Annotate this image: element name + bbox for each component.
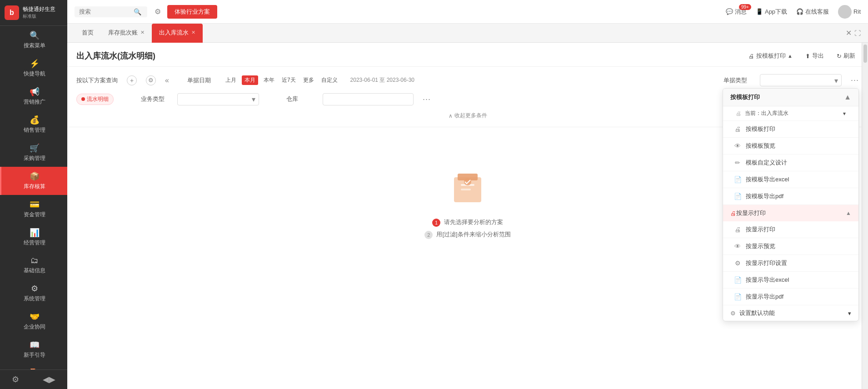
purchase-icon: 🛒 xyxy=(30,143,40,153)
sidebar-item-search[interactable]: 🔍 搜索菜单 xyxy=(0,26,67,54)
search-input[interactable] xyxy=(79,8,134,15)
headset-icon: 🎧 xyxy=(796,8,803,15)
warehouse-label: 仓库 xyxy=(286,95,314,103)
sidebar-item-operations[interactable]: 📊 经营管理 xyxy=(0,223,67,251)
set-default-function[interactable]: ⚙ 设置默认功能 ▾ xyxy=(723,305,858,321)
sidebar-item-marketing[interactable]: 📢 营销推广 xyxy=(0,82,67,110)
message-badge: 99+ xyxy=(739,4,751,10)
date-btn-7days[interactable]: 近7天 xyxy=(280,75,298,85)
dropdown-item-display-pdf[interactable]: 📄 按显示导出pdf xyxy=(723,289,858,305)
sidebar-item-label: 采购管理 xyxy=(24,155,45,162)
dropdown-item-export-pdf-template[interactable]: 📄 按模板导出pdf xyxy=(723,188,858,205)
sidebar-item-label: 搜索菜单 xyxy=(24,42,45,50)
logo-company-name: 畅捷通好生意 xyxy=(23,6,55,13)
dropdown-item-display-settings[interactable]: ⚙ 按显示打印设置 xyxy=(723,255,858,272)
right-scrollbar[interactable] xyxy=(862,43,868,389)
dropdown-item-label: 按显示预览 xyxy=(746,242,775,250)
date-label: 单据日期 xyxy=(187,76,215,85)
empty-illustration xyxy=(445,164,490,209)
dropdown-item-display-preview[interactable]: 👁 按显示预览 xyxy=(723,238,858,255)
sidebar-item-label: 营销推广 xyxy=(24,98,45,106)
sidebar-item-base[interactable]: 🗂 基础信息 xyxy=(0,251,67,279)
tab-batch-label: 库存批次账 xyxy=(108,29,138,37)
collapse-button[interactable]: ∧ 收起更多条件 xyxy=(449,112,487,120)
window-expand-icon[interactable]: ⛶ xyxy=(854,30,861,37)
warehouse-input[interactable] xyxy=(323,93,414,105)
tab-batch[interactable]: 库存批次账 ✕ xyxy=(101,24,152,43)
content-area: 出入库流水(流水明细) 🖨 按模板打印 ▲ ⬆ 导出 ↻ 刷新 xyxy=(67,43,868,389)
dropdown-current-section[interactable]: 🖨 当前：出入库流水 ▾ xyxy=(723,106,858,121)
print-template-button[interactable]: 🖨 按模板打印 ▲ xyxy=(745,50,796,62)
date-btn-this-year[interactable]: 本年 xyxy=(262,75,276,85)
collapse-sidebar-icon[interactable]: ◀▶ xyxy=(43,374,55,384)
display-preview-icon: 👁 xyxy=(734,243,741,250)
tab-home[interactable]: 首页 xyxy=(75,24,101,43)
dropdown-item-preview-template[interactable]: 👁 按模板预览 xyxy=(723,138,858,155)
display-pdf-icon: 📄 xyxy=(734,293,741,300)
trial-button[interactable]: 体验行业方案 xyxy=(167,5,217,19)
sidebar-item-corp[interactable]: 🤝 企业协同 xyxy=(0,307,67,335)
dropdown-collapse-icon[interactable]: ▲ xyxy=(844,93,851,101)
print-dropdown-panel: 按模板打印 ▲ 🖨 当前：出入库流水 ▾ 🖨 按模板打印 👁 按模板预览 ✏ 模… xyxy=(723,88,859,321)
sidebar-item-sales[interactable]: 💰 销售管理 xyxy=(0,110,67,139)
user-avatar-area[interactable]: Rit xyxy=(838,5,861,19)
empty-step-1: 1 请先选择要分析的方案 xyxy=(432,218,503,227)
filter-settings-button[interactable]: ⚙ xyxy=(146,75,156,85)
refresh-button[interactable]: ↻ 刷新 xyxy=(833,50,859,62)
dropdown-item-export-excel-template[interactable]: 📄 按模板导出excel xyxy=(723,171,858,188)
sidebar-logo: b 畅捷通好生意 标准版 xyxy=(0,0,67,26)
default-function-icon: ⚙ xyxy=(730,310,736,317)
window-close-icon[interactable]: ✕ xyxy=(846,29,852,37)
sidebar-item-finance[interactable]: 💳 资金管理 xyxy=(0,195,67,223)
sidebar-item-guide[interactable]: 📖 新手引导 xyxy=(0,335,67,364)
tab-batch-close-icon[interactable]: ✕ xyxy=(140,30,145,35)
tab-flow[interactable]: 出入库流水 ✕ xyxy=(152,24,203,43)
refresh-label: 刷新 xyxy=(843,52,855,60)
tab-home-label: 首页 xyxy=(82,29,94,37)
display-section-icon: 🖨 xyxy=(730,210,736,217)
settings-bottom-icon[interactable]: ⚙ xyxy=(12,374,19,384)
business-type-select[interactable] xyxy=(177,93,259,105)
receipt-type-more-dots[interactable]: ··· xyxy=(851,75,859,85)
message-button[interactable]: 💬 消息 99+ xyxy=(726,8,747,16)
dropdown-item-print-template[interactable]: 🖨 按模板打印 xyxy=(723,121,858,138)
dropdown-display-section-header[interactable]: 🖨 按显示打印 ▲ xyxy=(723,205,858,221)
display-excel-icon: 📄 xyxy=(734,276,741,284)
dropdown-item-custom-template[interactable]: ✏ 模板自定义设计 xyxy=(723,155,858,171)
sidebar-item-system[interactable]: ⚙ 系统管理 xyxy=(0,279,67,307)
step-num-1: 1 xyxy=(432,219,440,227)
receipt-type-select-wrap xyxy=(760,74,842,86)
tab-flow-close-icon[interactable]: ✕ xyxy=(191,30,195,35)
dropdown-item-label: 按显示导出pdf xyxy=(746,293,783,301)
display-section-collapse-icon: ▲ xyxy=(846,210,851,216)
active-filter-tag[interactable]: 流水明细 xyxy=(76,94,114,105)
dropdown-title: 按模板打印 xyxy=(730,93,760,101)
date-btn-prev-month[interactable]: 上月 xyxy=(224,75,238,85)
warehouse-more-dots[interactable]: ··· xyxy=(423,95,431,104)
filter-add-button[interactable]: + xyxy=(127,75,137,85)
logo-version: 标准版 xyxy=(23,13,55,20)
app-download-button[interactable]: 📱 App下载 xyxy=(756,8,787,16)
online-support-button[interactable]: 🎧 在线客服 xyxy=(796,8,829,16)
step-num-2: 2 xyxy=(424,231,433,239)
topbar-gear-icon[interactable]: ⚙ xyxy=(155,7,161,16)
receipt-type-select[interactable] xyxy=(760,74,842,86)
display-print-icon: 🖨 xyxy=(734,226,741,233)
sidebar-item-inventory[interactable]: 📦 库存核算 xyxy=(0,167,67,195)
date-btn-more[interactable]: 更多 xyxy=(301,75,316,85)
tab-flow-label: 出入库流水 xyxy=(159,29,189,37)
dropdown-item-display-print[interactable]: 🖨 按显示打印 xyxy=(723,221,858,238)
filter-collapse-left-icon[interactable]: « xyxy=(165,76,169,85)
sidebar-item-label: 新手引导 xyxy=(24,351,45,359)
export-button[interactable]: ⬆ 导出 xyxy=(802,50,828,62)
current-section-arrow: ▾ xyxy=(843,110,846,117)
date-btn-this-month[interactable]: 本月 xyxy=(242,75,258,85)
sidebar-item-appstore[interactable]: 🏪 应用中心 xyxy=(0,364,67,369)
printer-icon: 🖨 xyxy=(748,53,754,60)
dropdown-item-label: 按模板预览 xyxy=(746,142,775,150)
sidebar: b 畅捷通好生意 标准版 🔍 搜索菜单 ⚡ 快捷导航 📢 营销推广 💰 销售管理… xyxy=(0,0,67,389)
sidebar-item-quicknav[interactable]: ⚡ 快捷导航 xyxy=(0,54,67,82)
dropdown-item-display-excel[interactable]: 📄 按显示导出excel xyxy=(723,272,858,289)
date-btn-custom[interactable]: 自定义 xyxy=(319,75,339,85)
sidebar-item-purchase[interactable]: 🛒 采购管理 xyxy=(0,139,67,167)
